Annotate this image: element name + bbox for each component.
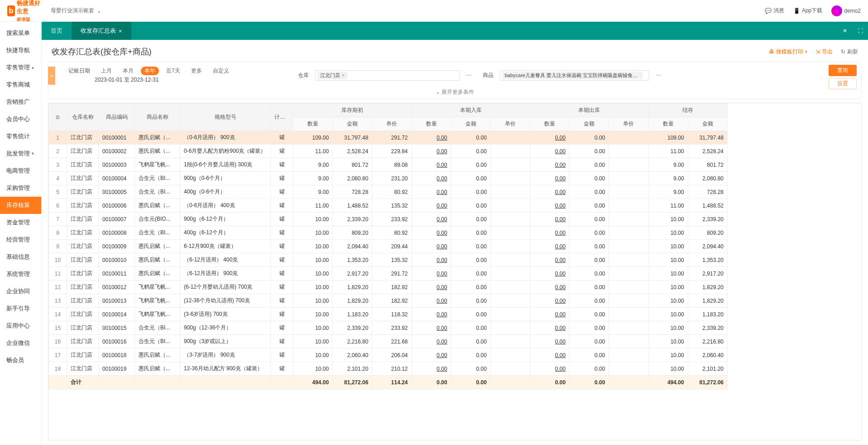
cell-open-amt: 1,829.20 (333, 281, 372, 294)
table-row[interactable]: 5江北门店00100005合生元（BI...400g（0-6个月）罐9.0072… (49, 185, 728, 199)
table-row[interactable]: 3江北门店00100003飞鹤星飞帆...1段(0-6个月婴儿适用) 300克罐… (49, 158, 728, 172)
remove-chip-icon[interactable]: × (342, 73, 345, 78)
warehouse-more-icon[interactable]: ⋯ (466, 72, 472, 78)
cell-out-amt: 0.00 (570, 240, 609, 253)
col-warehouse: 仓库名称 (67, 104, 99, 131)
table-settings-button[interactable]: ⚙ (49, 104, 67, 131)
period-btn-更多[interactable]: 更多 (187, 67, 206, 75)
cell-code: 00100016 (99, 335, 135, 348)
cell-bal-qty: 10.00 (648, 267, 688, 281)
sidebar-item-19[interactable]: 畅会员 (0, 352, 41, 369)
period-btn-自定义[interactable]: 自定义 (209, 67, 233, 75)
app-download-button[interactable]: 📱 App下载 (793, 7, 822, 15)
product-input[interactable]: babycare儿童餐具 婴儿注水保温碗 宝宝防摔碗吸盘碗辅食碗勺套装 雀湖绿 … (500, 70, 649, 81)
cell-unit: 罐 (271, 281, 293, 294)
period-btn-本年[interactable]: 本年 (141, 67, 159, 75)
sidebar-item-13[interactable]: 基础信息 (0, 248, 41, 266)
cell-spec: （0-6月适用） 900克 (180, 131, 271, 145)
cell-in-amt: 0.00 (451, 362, 490, 376)
cell-in-qty: 0.00 (412, 281, 451, 294)
sidebar-item-16[interactable]: 新手引导 (0, 300, 41, 317)
refresh-button[interactable]: ↻ 刷新 (841, 48, 858, 56)
org-selector[interactable]: 母婴行业演示账套 ⌄ (51, 7, 101, 15)
period-btn-近7天[interactable]: 近7天 (163, 67, 184, 75)
cell-in-price (490, 253, 530, 267)
print-button[interactable]: 🖶 按模板打印 ▾ (769, 48, 807, 56)
phone-icon: 📱 (793, 8, 800, 14)
sidebar-item-1[interactable]: 快捷导航 (0, 42, 41, 59)
sidebar-item-10[interactable]: 库存核算 (0, 197, 41, 214)
tab-1[interactable]: 收发存汇总表× (72, 22, 131, 40)
table-row[interactable]: 2江北门店00100002惠氏启赋（...0-6月婴儿配方奶粉900克（罐装）罐… (49, 145, 728, 158)
sidebar-item-6[interactable]: 零售统计 (0, 128, 41, 145)
table-row[interactable]: 1江北门店00100001惠氏启赋（...（0-6月适用） 900克罐109.0… (49, 131, 728, 145)
product-more-icon[interactable]: ⋯ (656, 72, 661, 78)
product-chip: babycare儿童餐具 婴儿注水保温碗 宝宝防摔碗吸盘碗辅食碗勺套装 雀湖绿 … (502, 72, 643, 79)
sidebar-item-3[interactable]: 零售商城 (0, 76, 41, 93)
cell-out-qty: 0.00 (530, 362, 570, 376)
warehouse-input[interactable]: 江北门店 × (315, 70, 460, 81)
messages-button[interactable]: 💬 消息 (765, 7, 784, 15)
sidebar-item-label: 营销推广 (6, 98, 30, 106)
cell-open-price: 118.32 (372, 308, 412, 321)
sidebar-item-4[interactable]: 营销推广 (0, 93, 41, 111)
table-row[interactable]: 18江北门店00100019惠氏启赋（...12-36月幼儿配方 900克（罐装… (49, 362, 728, 376)
table-row[interactable]: 10江北门店00100010惠氏启赋（...（6-12月适用） 400克罐10.… (49, 253, 728, 267)
collapse-filter-handle[interactable]: » (48, 67, 55, 85)
table-row[interactable]: 17江北门店00100018惠氏启赋（...（3-7岁适用） 900克罐10.0… (49, 348, 728, 362)
table-row[interactable]: 6江北门店00100006惠氏启赋（...（0-6月适用） 400克罐11.00… (49, 199, 728, 213)
sidebar-item-17[interactable]: 应用中心 (0, 317, 41, 334)
cell-name: 惠氏启赋（... (135, 348, 180, 362)
sidebar-item-8[interactable]: 电商管理 (0, 162, 41, 179)
cell-warehouse: 江北门店 (67, 172, 99, 185)
cell-bal-amt: 2,216.80 (688, 335, 727, 348)
table-row[interactable]: 7江北门店00100007合生元(BIO...900g（6-12个月）罐10.0… (49, 213, 728, 226)
sidebar-item-0[interactable]: 搜索菜单 (0, 24, 41, 42)
cell-in-amt: 0.00 (451, 335, 490, 348)
table-row[interactable]: 9江北门店00100009惠氏启赋（...6-12月900克（罐装）罐10.00… (49, 240, 728, 253)
sidebar-item-9[interactable]: 采购管理 (0, 179, 41, 197)
sidebar-item-11[interactable]: 资金管理 (0, 214, 41, 231)
sidebar-item-18[interactable]: 企业微信 (0, 334, 41, 352)
expand-filters-button[interactable]: ⌄ 展开更多条件 (55, 87, 855, 99)
close-tab-icon[interactable]: × (119, 28, 122, 34)
export-button[interactable]: ⇲ 导出 (815, 48, 833, 56)
export-icon: ⇲ (815, 48, 820, 55)
cell-in-price (490, 226, 530, 240)
cell-open-amt: 2,339.20 (333, 213, 372, 226)
cell-bal-amt: 2,339.20 (688, 321, 727, 335)
period-btn-上月[interactable]: 上月 (97, 67, 115, 75)
cell-open-qty: 10.00 (293, 226, 333, 240)
col-open-price: 单价 (372, 117, 412, 131)
cell-out-price (609, 158, 648, 172)
table-row[interactable]: 13江北门店00100013飞鹤星飞帆...(12-36个月幼儿适用) 700克… (49, 294, 728, 308)
cell-idx: 10 (49, 253, 67, 267)
top-bar: b 畅捷通好生意 标准版 母婴行业演示账套 ⌄ 💬 消息 📱 App下载 dem… (0, 0, 868, 22)
table-row[interactable]: 16江北门店00100016合生元（BI...900g（3岁或以上）罐10.00… (49, 335, 728, 348)
sidebar-item-15[interactable]: 企业协同 (0, 283, 41, 300)
query-button[interactable]: 查询 (829, 65, 857, 76)
table-row[interactable]: 12江北门店00100012飞鹤星飞帆...(6-12个月婴幼儿适用) 700克… (49, 281, 728, 294)
cell-bal-amt: 1,353.20 (688, 253, 727, 267)
cell-warehouse: 江北门店 (67, 213, 99, 226)
period-btn-本月[interactable]: 本月 (119, 67, 137, 75)
table-row[interactable]: 15江北门店00100015合生元（BI...900g（12-36个月）罐10.… (49, 321, 728, 335)
settings-button[interactable]: 设置 (829, 78, 857, 89)
sidebar-item-14[interactable]: 系统管理 (0, 266, 41, 283)
table-row[interactable]: 8江北门店00100008合生元（BI...400g（6-12个月）罐10.00… (49, 226, 728, 240)
sidebar-item-12[interactable]: 经营管理 (0, 231, 41, 248)
table-scroll[interactable]: ⚙ 仓库名称 商品编码 商品名称 规格型号 计量单位 库存期初 本期入库 本期出… (48, 103, 861, 440)
user-menu[interactable]: demo2 (831, 5, 861, 16)
cell-name: 飞鹤星飞帆... (135, 281, 180, 294)
sidebar-item-7[interactable]: 批发管理▼ (0, 145, 41, 162)
sidebar-item-5[interactable]: 会员中心 (0, 111, 41, 128)
tab-0[interactable]: 首页 (42, 22, 72, 40)
cell-out-price (609, 131, 648, 145)
fullscreen-button[interactable]: ⛶ (853, 22, 868, 40)
table-row[interactable]: 4江北门店00100004合生元（BI...900g（0-6个月）罐9.002,… (49, 172, 728, 185)
table-row[interactable]: 11江北门店00100011惠氏启赋（...（6-12月适用） 900克罐10.… (49, 267, 728, 281)
sidebar-item-2[interactable]: 零售管理▲ (0, 59, 41, 76)
cell-out-price (609, 172, 648, 185)
table-row[interactable]: 14江北门店00100014飞鹤星飞帆...(3-6岁适用) 700克罐10.0… (49, 308, 728, 321)
close-all-tabs-button[interactable]: ✕ (837, 22, 853, 40)
